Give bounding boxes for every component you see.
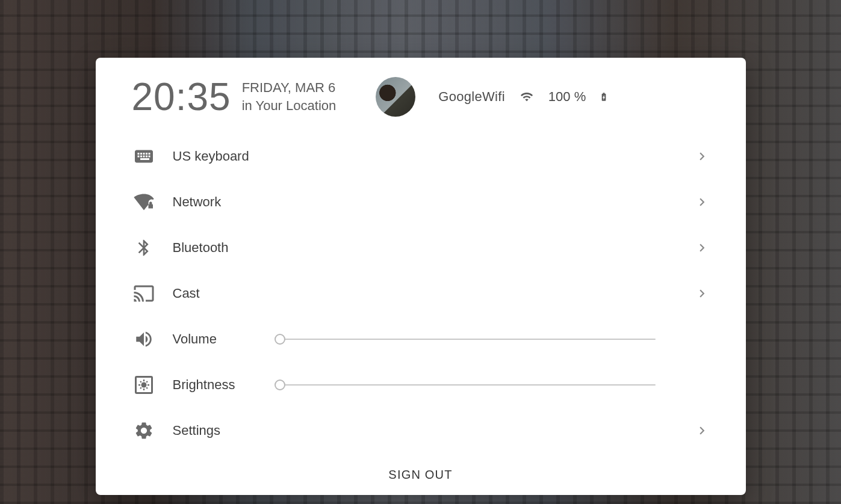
row-keyboard[interactable]: US keyboard <box>132 134 710 179</box>
clock-block: 20:35 FRIDAY, MAR 6 in Your Location <box>132 75 337 119</box>
brightness-slider[interactable] <box>280 384 656 386</box>
volume-slider[interactable] <box>280 339 656 340</box>
chevron-right-icon <box>694 286 710 301</box>
keyboard-icon <box>132 144 156 168</box>
row-label: Bluetooth <box>173 240 263 256</box>
status-indicators: GoogleWifi 100 % <box>438 89 609 105</box>
settings-rows: US keyboard Network Bluetooth <box>96 134 746 459</box>
brightness-slider-thumb[interactable] <box>275 380 285 390</box>
chevron-right-icon <box>694 149 710 164</box>
chevron-right-icon <box>694 240 710 256</box>
row-network[interactable]: Network <box>132 179 710 225</box>
row-brightness: Brightness <box>132 362 710 408</box>
row-label: US keyboard <box>173 149 263 164</box>
row-label: Cast <box>173 286 263 301</box>
bluetooth-icon <box>132 236 156 260</box>
volume-slider-thumb[interactable] <box>275 334 285 345</box>
chevron-right-icon <box>694 423 710 438</box>
clock-time: 20:35 <box>132 75 231 119</box>
cast-icon <box>132 281 156 306</box>
brightness-icon <box>132 373 156 397</box>
wifi-icon <box>518 90 535 103</box>
panel-header: 20:35 FRIDAY, MAR 6 in Your Location Goo… <box>96 70 746 134</box>
gear-icon <box>132 419 156 443</box>
user-avatar[interactable] <box>376 77 415 117</box>
wifi-name: GoogleWifi <box>438 89 505 105</box>
row-label: Settings <box>173 423 263 438</box>
battery-percent: 100 % <box>548 89 586 105</box>
row-cast[interactable]: Cast <box>132 271 710 316</box>
sign-out-button[interactable]: SIGN OUT <box>96 459 746 495</box>
wifi-lock-icon <box>132 190 156 214</box>
row-label: Network <box>173 194 263 210</box>
svg-point-1 <box>141 383 146 388</box>
date-block: FRIDAY, MAR 6 in Your Location <box>242 79 337 114</box>
row-label: Brightness <box>173 377 263 393</box>
row-volume: Volume <box>132 316 710 362</box>
row-settings[interactable]: Settings <box>132 408 710 453</box>
row-bluetooth[interactable]: Bluetooth <box>132 225 710 271</box>
row-label: Volume <box>173 331 263 347</box>
date-line: FRIDAY, MAR 6 <box>242 79 337 97</box>
volume-icon <box>132 327 156 351</box>
chevron-right-icon <box>694 194 710 210</box>
location-line: in Your Location <box>242 97 337 115</box>
system-tray-panel: 20:35 FRIDAY, MAR 6 in Your Location Goo… <box>96 58 746 495</box>
battery-charging-icon <box>599 89 609 105</box>
